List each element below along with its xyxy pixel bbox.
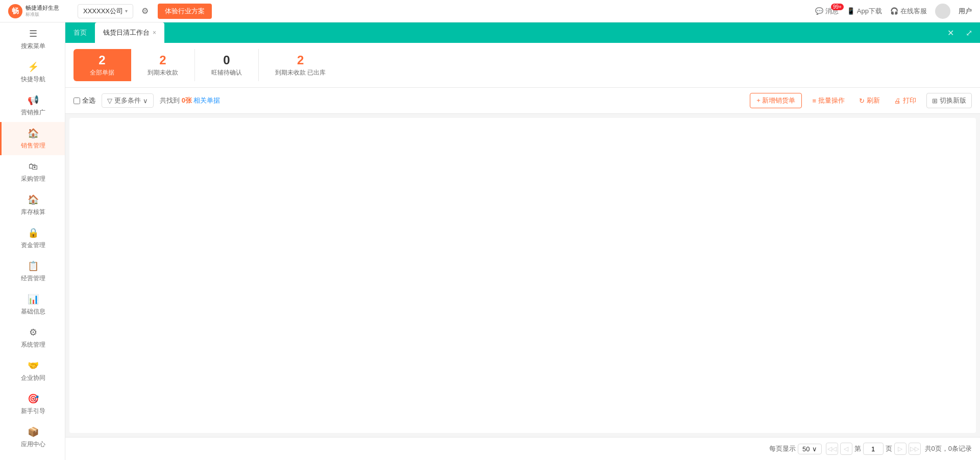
message-icon: 💬 xyxy=(815,7,823,15)
print-label: 打印 xyxy=(903,96,916,105)
table-area xyxy=(69,118,976,433)
stat-card-all[interactable]: 2 全部单据 xyxy=(74,49,131,81)
page-size-select: 每页显示 50 ∨ xyxy=(769,444,821,454)
sidebar-item-marketing[interactable]: 📢 营销推广 xyxy=(0,89,65,122)
tab-qianhuoriqing[interactable]: 钱货日清工作台 × xyxy=(95,22,164,43)
filter-button[interactable]: ▽ 更多条件 ∨ xyxy=(102,93,154,108)
top-right: 💬 消息 99+ 📱 App下载 🎧 在线客服 用户 xyxy=(815,4,972,19)
stat-label-wangfu: 旺辅待确认 xyxy=(211,68,242,77)
sidebar-item-label-marketing: 营销推广 xyxy=(21,108,45,117)
tab-home[interactable]: 首页 xyxy=(65,22,95,43)
inventory-icon: 🏠 xyxy=(27,193,39,206)
sidebar-item-app-center[interactable]: 📦 应用中心 xyxy=(0,421,65,454)
add-sales-order-button[interactable]: + 新增销货单 xyxy=(750,93,802,108)
sidebar-item-operations[interactable]: 📋 经营管理 xyxy=(0,255,65,288)
company-selector[interactable]: XXXXXX公司 ▾ xyxy=(78,4,133,18)
trial-button[interactable]: 体验行业方案 xyxy=(158,4,212,19)
stat-number-overdue: 2 xyxy=(159,53,166,67)
sidebar-item-label-sales: 销售管理 xyxy=(21,141,45,150)
logo-icon: 畅 xyxy=(8,4,22,18)
enterprise-icon: 🤝 xyxy=(27,359,39,372)
page-nav: ◁◁ ◁ 第 页 ▷ ▷▷ xyxy=(826,443,921,455)
refresh-icon: ↻ xyxy=(859,97,865,105)
sidebar-item-search-menu[interactable]: ☰ 搜索菜单 xyxy=(0,22,65,56)
sidebar-item-label-app-center: 应用中心 xyxy=(21,440,45,449)
message-badge: 99+ xyxy=(831,4,844,10)
filter-chevron: ∨ xyxy=(143,97,148,105)
operations-icon: 📋 xyxy=(27,260,39,272)
total-text: 共0页，0条记录 xyxy=(925,444,972,453)
finance-icon: 🔒 xyxy=(27,227,39,239)
refresh-button[interactable]: ↻ 刷新 xyxy=(855,94,884,107)
toolbar: 全选 ▽ 更多条件 ∨ 共找到 0张 相关单据 + 新增销货单 ≡ 批量操作 xyxy=(65,88,980,114)
sidebar-item-purchase[interactable]: 🛍 采购管理 xyxy=(0,155,65,188)
filter-icon: ▽ xyxy=(107,97,112,105)
select-all-checkbox[interactable]: 全选 xyxy=(74,96,95,105)
toolbar-right: + 新增销货单 ≡ 批量操作 ↻ 刷新 🖨 打印 ⊞ xyxy=(750,93,972,108)
tab-bar-actions: ✕ ⤢ xyxy=(943,26,980,40)
tab-expand-button[interactable]: ⤢ xyxy=(962,26,976,40)
prev-page-button[interactable]: ◁ xyxy=(840,443,852,455)
next-page-button[interactable]: ▷ xyxy=(894,443,906,455)
app-download-button[interactable]: 📱 App下载 xyxy=(847,7,882,16)
tab-close-icon[interactable]: × xyxy=(153,29,156,36)
page-input[interactable] xyxy=(863,443,884,455)
sidebar-item-label-operations: 经营管理 xyxy=(21,274,45,283)
system-icon: ⚙ xyxy=(27,326,39,338)
first-page-button[interactable]: ◁◁ xyxy=(826,443,838,455)
guide-icon: 🎯 xyxy=(27,393,39,405)
service-icon: 🎧 xyxy=(890,7,898,15)
sidebar-item-label-search-menu: 搜索菜单 xyxy=(21,42,45,51)
sidebar-item-sales[interactable]: 🏠 销售管理 xyxy=(0,122,65,155)
sidebar-item-label-guide: 新手引导 xyxy=(21,407,45,416)
stat-card-wangfu[interactable]: 0 旺辅待确认 xyxy=(195,49,259,81)
last-page-button[interactable]: ▷▷ xyxy=(909,443,921,455)
gear-button[interactable]: ⚙ xyxy=(137,4,153,19)
quick-nav-icon: ⚡ xyxy=(27,61,39,73)
stat-card-overdue[interactable]: 2 到期未收款 xyxy=(131,49,195,81)
company-name: XXXXXX公司 xyxy=(83,7,123,16)
sidebar-item-label-enterprise: 企业协同 xyxy=(21,374,45,382)
stat-label-all: 全部单据 xyxy=(90,68,114,77)
sidebar-item-finance[interactable]: 🔒 资金管理 xyxy=(0,222,65,255)
sidebar-item-wechat[interactable]: 💬 企业微信 xyxy=(0,454,65,460)
gear-icon: ⚙ xyxy=(141,6,149,16)
search-menu-icon: ☰ xyxy=(27,28,39,40)
select-all-input[interactable] xyxy=(74,98,80,104)
related-link[interactable]: 相关单据 xyxy=(193,96,220,104)
sidebar-item-basic-info[interactable]: 📊 基础信息 xyxy=(0,288,65,321)
sidebar-item-quick-nav[interactable]: ⚡ 快捷导航 xyxy=(0,56,65,89)
per-page-label: 每页显示 xyxy=(769,444,796,453)
message-button[interactable]: 💬 消息 99+ xyxy=(815,7,839,16)
sidebar-item-system[interactable]: ⚙ 系统管理 xyxy=(0,321,65,354)
sidebar-item-label-purchase: 采购管理 xyxy=(21,175,45,183)
stat-label-overdue: 到期未收款 xyxy=(148,68,178,77)
sidebar-item-guide[interactable]: 🎯 新手引导 xyxy=(0,388,65,421)
stat-card-shipped[interactable]: 2 到期未收款 已出库 xyxy=(259,49,342,81)
avatar[interactable] xyxy=(935,4,950,19)
stats-cards: 2 全部单据 2 到期未收款 0 旺辅待确认 2 到期未收款 已出库 xyxy=(74,49,972,81)
page-size-box[interactable]: 50 ∨ xyxy=(798,444,821,454)
select-all-label: 全选 xyxy=(82,96,95,105)
batch-operation-button[interactable]: ≡ 批量操作 xyxy=(808,94,849,107)
filter-label: 更多条件 xyxy=(114,96,141,105)
switch-version-button[interactable]: ⊞ 切换新版 xyxy=(926,93,972,108)
found-count: 0张 xyxy=(182,96,192,104)
tab-bar: 首页 钱货日清工作台 × ✕ ⤢ xyxy=(65,22,980,43)
print-button[interactable]: 🖨 打印 xyxy=(890,94,920,107)
stat-number-all: 2 xyxy=(99,53,105,67)
sidebar: ☰ 搜索菜单 ⚡ 快捷导航 📢 营销推广 🏠 销售管理 🛍 采购管理 🏠 库存核… xyxy=(0,22,65,460)
online-service-label: 在线客服 xyxy=(900,7,927,16)
online-service-button[interactable]: 🎧 在线客服 xyxy=(890,7,927,16)
sidebar-item-label-system: 系统管理 xyxy=(21,341,45,349)
logo-badge: 标准版 xyxy=(26,11,59,18)
found-text: 共找到 0张 相关单据 xyxy=(160,96,220,105)
sidebar-item-inventory[interactable]: 🏠 库存核算 xyxy=(0,188,65,222)
batch-icon: ≡ xyxy=(812,97,816,105)
sidebar-item-enterprise[interactable]: 🤝 企业协同 xyxy=(0,354,65,388)
top-bar: 畅 畅捷通好生意 标准版 XXXXXX公司 ▾ ⚙ 体验行业方案 💬 消息 99… xyxy=(0,0,980,22)
basic-info-icon: 📊 xyxy=(27,293,39,305)
app-icon: 📱 xyxy=(847,7,855,15)
tab-close-window-button[interactable]: ✕ xyxy=(943,26,958,40)
tab-active-label: 钱货日清工作台 xyxy=(103,28,150,37)
